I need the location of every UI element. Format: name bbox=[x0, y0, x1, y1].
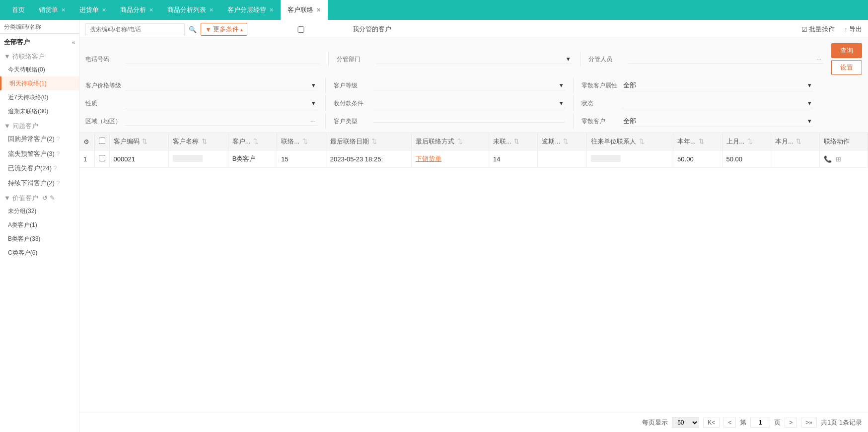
close-icon[interactable]: ✕ bbox=[316, 7, 321, 13]
filter-search-button[interactable]: 🔍 bbox=[189, 26, 197, 33]
retail-customer-select[interactable]: 全部 bbox=[621, 116, 813, 127]
filter-icon: ▼ bbox=[205, 26, 212, 33]
col-customer-code: 客户编码 ⇅ bbox=[109, 133, 169, 150]
filter-status: 状态 bbox=[581, 98, 813, 108]
more-action-icon[interactable]: ⊞ bbox=[836, 155, 841, 163]
customer-type-select[interactable] bbox=[373, 120, 566, 123]
customer-level-select[interactable] bbox=[373, 80, 566, 90]
phone-input[interactable] bbox=[125, 55, 320, 64]
cell-code: 000021 bbox=[109, 150, 169, 168]
sidebar-item-declining[interactable]: 持续下滑客户(2) ? bbox=[0, 176, 79, 191]
sidebar-item-class-b[interactable]: B类客户(33) bbox=[0, 232, 79, 246]
more-filters-button[interactable]: ▼ 更多条件 ▴ bbox=[201, 23, 247, 36]
sort-icon[interactable]: ⇅ bbox=[142, 138, 147, 145]
all-customers-header[interactable]: 全部客户 « bbox=[0, 34, 79, 49]
sort-icon[interactable]: ⇅ bbox=[699, 138, 704, 145]
close-icon[interactable]: ✕ bbox=[102, 7, 106, 13]
content-area: 🔍 ▼ 更多条件 ▴ 我分管的客户 ☑ 批量操作 ↑ 导出 bbox=[79, 20, 868, 432]
query-button[interactable]: 查询 bbox=[831, 43, 862, 58]
sort-icon[interactable]: ⇅ bbox=[302, 138, 308, 145]
sidebar-item-overdue-contact[interactable]: 逾期未联络(30) bbox=[0, 104, 79, 118]
payment-select[interactable] bbox=[373, 98, 566, 108]
next-page-button[interactable]: > bbox=[785, 418, 797, 428]
edit-icon[interactable]: ✎ bbox=[50, 193, 55, 203]
col-checkbox bbox=[94, 133, 109, 150]
sort-icon[interactable]: ⇅ bbox=[796, 138, 801, 145]
sidebar-item-week-contact[interactable]: 近7天待联络(0) bbox=[0, 90, 79, 104]
sidebar-item-repurchase-abnormal[interactable]: 回购异常客户(2) ? bbox=[0, 132, 79, 146]
sort-icon[interactable]: ⇅ bbox=[514, 138, 519, 145]
last-page-button[interactable]: >» bbox=[801, 418, 817, 428]
page-number-input[interactable] bbox=[750, 418, 770, 428]
chevron-down-icon bbox=[808, 81, 811, 89]
dept-select[interactable] bbox=[376, 54, 572, 64]
nav-customer-contact[interactable]: 客户联络 ✕ bbox=[281, 0, 328, 20]
sidebar-item-tomorrow-contact[interactable]: 明天待联络(1) bbox=[0, 76, 79, 90]
filter-retail-attr: 零散客户属性 全部 bbox=[581, 80, 813, 91]
phone-action-icon[interactable]: 📞 bbox=[824, 155, 832, 163]
checkbox-icon: ☑ bbox=[801, 26, 807, 33]
set-button[interactable]: 设置 bbox=[831, 60, 862, 75]
col-customer-type-hdr: 客户... ⇅ bbox=[228, 133, 277, 150]
col-overdue: 逾期... ⇅ bbox=[538, 133, 586, 150]
sidebar-item-unclassified[interactable]: 未分组(32) bbox=[0, 204, 79, 218]
sidebar-item-lost[interactable]: 已流失客户(24) ? bbox=[0, 161, 79, 176]
customer-table: ⚙ 客户编码 ⇅ 客户名称 ⇅ bbox=[79, 133, 868, 168]
row-checkbox[interactable] bbox=[99, 155, 105, 161]
nav-home[interactable]: 首页 bbox=[5, 0, 32, 20]
sidebar-item-class-c[interactable]: C类客户(6) bbox=[0, 246, 79, 260]
close-icon[interactable]: ✕ bbox=[149, 7, 153, 13]
sort-icon[interactable]: ⇅ bbox=[747, 138, 753, 145]
my-customers-checkbox[interactable] bbox=[251, 26, 351, 33]
chevron-down-icon bbox=[567, 55, 570, 63]
cell-last-month: 50.00 bbox=[722, 150, 771, 168]
nav-product-analysis[interactable]: 商品分析 ✕ bbox=[113, 0, 160, 20]
col-uncontacted: 未联... ⇅ bbox=[489, 133, 537, 150]
gender-select[interactable] bbox=[125, 98, 317, 108]
cell-contact-count: 15 bbox=[277, 150, 326, 168]
select-all-checkbox[interactable] bbox=[99, 138, 105, 144]
sidebar-item-class-a[interactable]: A类客户(1) bbox=[0, 218, 79, 232]
close-icon[interactable]: ✕ bbox=[61, 7, 66, 13]
cell-actions: 📞 ⊞ bbox=[820, 150, 868, 168]
sidebar-search-input[interactable] bbox=[4, 23, 78, 30]
sort-icon[interactable]: ⇅ bbox=[563, 138, 569, 145]
total-records: 共1页 1条记录 bbox=[821, 418, 862, 427]
customer-price-select[interactable] bbox=[125, 80, 317, 90]
page-size-select[interactable]: 50 100 200 bbox=[672, 417, 699, 428]
prev-page-button[interactable]: < bbox=[723, 418, 736, 428]
batch-ops-button[interactable]: ☑ 批量操作 bbox=[801, 25, 835, 34]
sort-icon[interactable]: ⇅ bbox=[253, 138, 259, 145]
retail-attr-select[interactable]: 全部 bbox=[621, 80, 813, 91]
status-select[interactable] bbox=[621, 98, 813, 108]
help-icon: ? bbox=[56, 150, 60, 157]
region-select[interactable]: ··· bbox=[125, 117, 317, 126]
close-icon[interactable]: ✕ bbox=[269, 7, 274, 13]
last-method-link[interactable]: 下销货单 bbox=[416, 155, 441, 162]
sort-icon[interactable]: ⇅ bbox=[202, 138, 207, 145]
sidebar-search-bar: 🔍 bbox=[0, 20, 79, 34]
help-icon: ? bbox=[56, 179, 60, 187]
sort-icon[interactable]: ⇅ bbox=[639, 138, 645, 145]
sort-icon[interactable]: ⇅ bbox=[371, 138, 377, 145]
nav-product-analysis-list[interactable]: 商品分析列表 ✕ bbox=[160, 0, 220, 20]
help-icon: ? bbox=[56, 135, 60, 143]
export-button[interactable]: ↑ 导出 bbox=[845, 25, 863, 34]
search-input[interactable] bbox=[85, 23, 185, 35]
nav-purchase[interactable]: 进货单 ✕ bbox=[72, 0, 113, 20]
filter-manager: 分管人员 ··· bbox=[588, 55, 823, 64]
settings-icon[interactable]: ⚙ bbox=[83, 138, 89, 145]
close-icon[interactable]: ✕ bbox=[209, 7, 214, 13]
col-last-month: 上月... ⇅ bbox=[722, 133, 771, 150]
nav-sales[interactable]: 销货单 ✕ bbox=[32, 0, 72, 20]
nav-customer-layer[interactable]: 客户分层经营 ✕ bbox=[220, 0, 281, 20]
manager-select[interactable]: ··· bbox=[628, 55, 823, 64]
my-customers-checkbox-group[interactable]: 我分管的客户 bbox=[251, 25, 391, 34]
sidebar-item-today-contact[interactable]: 今天待联络(0) bbox=[0, 63, 79, 76]
refresh-icon[interactable]: ↺ bbox=[42, 193, 48, 203]
collapse-icon: « bbox=[72, 39, 75, 45]
sidebar-item-loss-warning[interactable]: 流失预警客户(3) ? bbox=[0, 146, 79, 161]
sort-icon[interactable]: ⇅ bbox=[457, 138, 463, 145]
chevron-down-icon bbox=[560, 81, 563, 89]
first-page-button[interactable]: K< bbox=[703, 418, 720, 428]
